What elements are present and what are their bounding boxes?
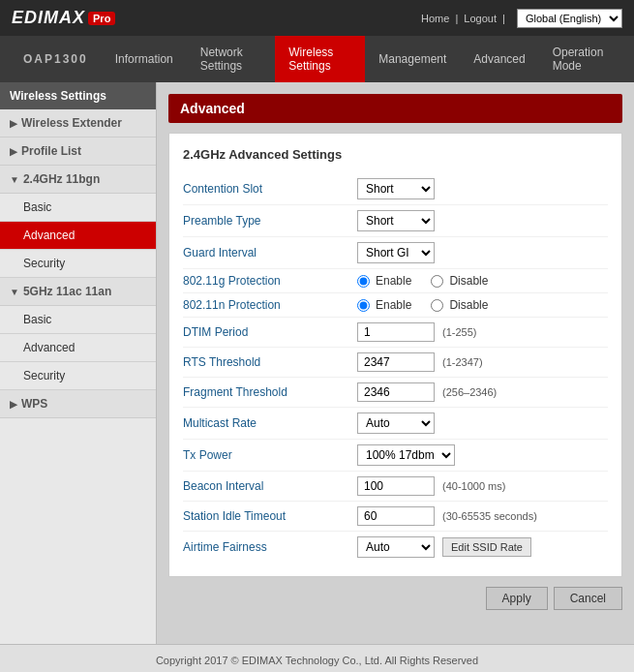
sidebar-item-wps[interactable]: ▶WPS	[0, 390, 156, 418]
control-fragment-threshold: (256–2346)	[357, 382, 608, 402]
sidebar-item-5ghz-section[interactable]: ▼5GHz 11ac 11an	[0, 278, 156, 306]
hint-beacon-interval: (40-1000 ms)	[442, 480, 505, 492]
input-beacon-interval[interactable]	[357, 476, 435, 496]
hint-fragment-threshold: (256–2346)	[442, 386, 497, 398]
settings-title: 2.4GHz Advanced Settings	[183, 147, 608, 162]
sidebar-item-2ghz-basic[interactable]: Basic	[0, 194, 156, 222]
row-tx-power: Tx Power 100% 17dbm75%50%25%	[183, 440, 608, 472]
label-rts-threshold: RTS Threshold	[183, 355, 357, 369]
radio-80211g-enable-label[interactable]: Enable	[357, 274, 411, 288]
hint-dtim-period: (1-255)	[442, 326, 476, 338]
label-80211g-protection: 802.11g Protection	[183, 274, 357, 288]
cancel-button[interactable]: Cancel	[554, 587, 622, 610]
sidebar-item-5ghz-security[interactable]: Security	[0, 362, 156, 390]
select-guard-interval[interactable]: Short GILong GI	[357, 242, 435, 263]
input-station-idle-timeout[interactable]	[357, 506, 435, 526]
sidebar-item-5ghz-advanced[interactable]: Advanced	[0, 334, 156, 362]
control-80211n-protection: Enable Disable	[357, 298, 608, 312]
home-link[interactable]: Home	[421, 13, 449, 24]
nav-item-information[interactable]: Information	[102, 36, 187, 82]
nav-item-wireless-settings[interactable]: Wireless Settings	[275, 36, 365, 82]
select-multicast-rate[interactable]: Auto125.511	[357, 412, 435, 434]
radio-80211n-disable-label[interactable]: Disable	[431, 298, 488, 312]
label-multicast-rate: Multicast Rate	[183, 416, 357, 430]
input-dtim-period[interactable]	[357, 322, 435, 342]
radio-80211n-disable[interactable]	[431, 299, 443, 312]
select-tx-power[interactable]: 100% 17dbm75%50%25%	[357, 444, 455, 466]
radio-80211n-enable-label[interactable]: Enable	[357, 298, 411, 312]
select-contention-slot[interactable]: ShortLong	[357, 178, 435, 199]
control-preamble-type: ShortLong	[357, 210, 608, 231]
control-rts-threshold: (1-2347)	[357, 352, 608, 372]
footer-text: Copyright 2017 © EDIMAX Technology Co., …	[156, 655, 478, 666]
label-beacon-interval: Beacon Interval	[183, 479, 357, 493]
radio-80211g-disable-label[interactable]: Disable	[431, 274, 488, 288]
row-dtim-period: DTIM Period (1-255)	[183, 318, 608, 348]
row-rts-threshold: RTS Threshold (1-2347)	[183, 348, 608, 378]
sidebar-item-5ghz-basic[interactable]: Basic	[0, 306, 156, 334]
content-area: Advanced 2.4GHz Advanced Settings Conten…	[157, 82, 634, 644]
nav-item-advanced[interactable]: Advanced	[460, 36, 538, 82]
select-airtime-fairness[interactable]: AutoEnableDisable	[357, 536, 435, 558]
label-station-idle-timeout: Station Idle Timeout	[183, 509, 357, 523]
action-row: Apply Cancel	[168, 577, 622, 610]
logo: EDIMAX Pro	[12, 8, 115, 28]
apply-button[interactable]: Apply	[486, 587, 548, 610]
row-contention-slot: Contention Slot ShortLong	[183, 173, 608, 205]
radio-80211g-enable[interactable]	[357, 275, 370, 288]
header: EDIMAX Pro Home | Logout | Global (Engli…	[0, 0, 634, 36]
main-layout: Wireless Settings ▶Wireless Extender ▶Pr…	[0, 82, 634, 644]
nav-item-network-settings[interactable]: Network Settings	[187, 36, 276, 82]
label-contention-slot: Contention Slot	[183, 182, 357, 196]
sidebar-item-wireless-extender[interactable]: ▶Wireless Extender	[0, 109, 156, 137]
row-multicast-rate: Multicast Rate Auto125.511	[183, 408, 608, 440]
language-select[interactable]: Global (English) Chinese Japanese	[517, 9, 622, 28]
select-preamble-type[interactable]: ShortLong	[357, 210, 435, 231]
input-fragment-threshold[interactable]	[357, 382, 435, 402]
row-beacon-interval: Beacon Interval (40-1000 ms)	[183, 472, 608, 502]
sidebar-item-2ghz-security[interactable]: Security	[0, 250, 156, 278]
control-tx-power: 100% 17dbm75%50%25%	[357, 444, 608, 466]
nav-brand: OAP1300	[10, 36, 102, 82]
radio-80211n-enable[interactable]	[357, 299, 370, 312]
settings-box: 2.4GHz Advanced Settings Contention Slot…	[168, 133, 622, 577]
navbar: OAP1300 Information Network Settings Wir…	[0, 36, 634, 82]
sidebar-item-profile-list[interactable]: ▶Profile List	[0, 137, 156, 166]
label-preamble-type: Preamble Type	[183, 214, 357, 228]
radio-80211g-disable[interactable]	[431, 275, 443, 288]
logo-pro: Pro	[88, 12, 115, 25]
control-80211g-protection: Enable Disable	[357, 274, 608, 288]
row-preamble-type: Preamble Type ShortLong	[183, 205, 608, 237]
label-airtime-fairness: Airtime Fairness	[183, 540, 357, 554]
control-contention-slot: ShortLong	[357, 178, 608, 199]
control-beacon-interval: (40-1000 ms)	[357, 476, 608, 496]
control-station-idle-timeout: (30-65535 seconds)	[357, 506, 608, 526]
label-guard-interval: Guard Interval	[183, 246, 357, 260]
row-station-idle-timeout: Station Idle Timeout (30-65535 seconds)	[183, 502, 608, 532]
logo-edimax: EDIMAX	[12, 8, 85, 28]
input-rts-threshold[interactable]	[357, 352, 435, 372]
control-guard-interval: Short GILong GI	[357, 242, 608, 263]
footer: Copyright 2017 © EDIMAX Technology Co., …	[0, 644, 634, 672]
row-airtime-fairness: Airtime Fairness AutoEnableDisable Edit …	[183, 532, 608, 563]
nav-item-operation-mode[interactable]: Operation Mode	[539, 36, 624, 82]
hint-rts-threshold: (1-2347)	[442, 356, 483, 368]
sidebar: Wireless Settings ▶Wireless Extender ▶Pr…	[0, 82, 157, 644]
control-airtime-fairness: AutoEnableDisable Edit SSID Rate	[357, 536, 608, 558]
row-80211n-protection: 802.11n Protection Enable Disable	[183, 293, 608, 318]
sidebar-item-2ghz-section[interactable]: ▼2.4GHz 11bgn	[0, 166, 156, 194]
control-multicast-rate: Auto125.511	[357, 412, 608, 434]
edit-ssid-rate-button[interactable]: Edit SSID Rate	[442, 537, 531, 557]
label-tx-power: Tx Power	[183, 448, 357, 462]
row-fragment-threshold: Fragment Threshold (256–2346)	[183, 378, 608, 408]
logout-link[interactable]: Logout	[464, 13, 497, 24]
label-dtim-period: DTIM Period	[183, 325, 357, 339]
hint-station-idle-timeout: (30-65535 seconds)	[442, 510, 537, 522]
sidebar-item-2ghz-advanced[interactable]: Advanced	[0, 222, 156, 250]
row-guard-interval: Guard Interval Short GILong GI	[183, 237, 608, 269]
row-80211g-protection: 802.11g Protection Enable Disable	[183, 269, 608, 293]
control-dtim-period: (1-255)	[357, 322, 608, 342]
nav-item-management[interactable]: Management	[365, 36, 460, 82]
sidebar-title: Wireless Settings	[0, 82, 156, 109]
label-fragment-threshold: Fragment Threshold	[183, 385, 357, 399]
